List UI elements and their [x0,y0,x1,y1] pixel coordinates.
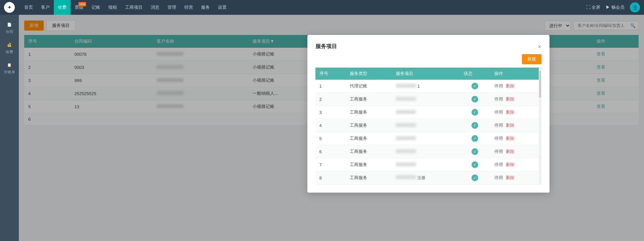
delete-button[interactable]: 删除 [506,96,515,102]
modal-cell-item-7: 注册 [392,171,460,185]
modal-cell-status-2: ✓ [460,106,490,119]
modal-table-row: 2工商服务✓停用删除 [315,93,541,106]
modal-cell-seq-5: 6 [315,145,346,158]
stop-button[interactable]: 停用 [494,110,503,115]
modal-cell-actions-4: 停用删除 [490,132,541,145]
sidebar-item-shoufei[interactable]: 💰收费 [0,38,19,58]
stop-button[interactable]: 停用 [494,83,503,88]
status-active-icon: ✓ [471,161,478,168]
status-active-icon: ✓ [471,109,478,116]
modal-cell-seq-7: 8 [315,171,346,185]
modal-cell-actions-1: 停用删除 [490,93,541,106]
modal-cell-seq-0: 1 [315,80,346,93]
modal-table: 序号服务类型服务项目状态操作 1代理记账 1✓停用删除2工商服务✓停用删除3工商… [315,68,541,185]
modal-cell-type-0: 代理记账 [346,80,392,93]
modal-cell-item-3 [392,119,460,132]
top-actions: ⛶ 全屏 ▶ 畅会员 👤 [586,2,640,12]
modal-close-button[interactable]: × [538,44,541,50]
modal-cell-type-3: 工商服务 [346,119,392,132]
nav-item-home[interactable]: 首页 [20,0,37,15]
sidebar-label-hetong: 合同 [6,29,13,34]
fullscreen-button[interactable]: ⛶ 全屏 [586,4,601,10]
modal-cell-seq-4: 5 [315,132,346,145]
status-active-icon: ✓ [471,122,478,129]
modal-cell-seq-6: 7 [315,158,346,171]
modal-cell-type-2: 工商服务 [346,106,392,119]
nav-item-piao[interactable]: 票据new [71,0,87,15]
scrollbar-thumb[interactable] [539,71,541,98]
modal-col-服务类型: 服务类型 [346,68,392,80]
modal-cell-type-4: 工商服务 [346,132,392,145]
stop-button[interactable]: 停用 [494,96,503,102]
modal-cell-seq-1: 2 [315,93,346,106]
delete-button[interactable]: 删除 [506,162,515,167]
stop-button[interactable]: 停用 [494,136,503,141]
main-content: 新增 服务项目 进行中全部已结束 🔍 序号合同编码客户名称服务项目▼服务期限起止… [19,15,644,241]
nav-item-shezhi[interactable]: 设置 [214,0,231,15]
nav-item-guanli[interactable]: 管理 [163,0,180,15]
nav-item-jizhang[interactable]: 记账 [87,0,104,15]
modal-header: 服务项目 × [315,43,541,50]
modal-table-wrap: 序号服务类型服务项目状态操作 1代理记账 1✓停用删除2工商服务✓停用删除3工商… [315,68,541,185]
modal-cell-type-7: 工商服务 [346,171,392,185]
stop-button[interactable]: 停用 [494,149,503,154]
nav-item-gongshang[interactable]: 工商项目 [121,0,147,15]
modal-new-button[interactable]: 新建 [522,54,541,64]
sidebar: 📄合同💰收费📋对账单 [0,15,19,241]
scrollbar-track[interactable] [539,68,541,185]
stop-button[interactable]: 停用 [494,123,503,128]
nav-item-xiaoxi[interactable]: 消息 [147,0,163,15]
nav-item-fuwu[interactable]: 服务 [197,0,214,15]
nav-item-baoshui[interactable]: 报税 [104,0,121,15]
modal-cell-actions-6: 停用删除 [490,158,541,171]
top-nav: ✦ 首页客户收费票据new记账报税工商项目消息管理经营服务设置 ⛶ 全屏 ▶ 畅… [0,0,644,15]
modal-cell-status-5: ✓ [460,145,490,158]
stop-button[interactable]: 停用 [494,162,503,167]
modal-table-row: 7工商服务✓停用删除 [315,158,541,171]
modal-cell-actions-5: 停用删除 [490,145,541,158]
delete-button[interactable]: 删除 [506,123,515,128]
nav-item-shoufei[interactable]: 收费 [54,0,71,15]
delete-button[interactable]: 删除 [506,136,515,141]
modal-cell-type-5: 工商服务 [346,145,392,158]
delete-button[interactable]: 删除 [506,175,515,180]
sidebar-label-shoufei: 收费 [6,49,13,54]
nav-item-client[interactable]: 客户 [37,0,54,15]
member-button[interactable]: ▶ 畅会员 [606,4,624,10]
modal-table-row: 4工商服务✓停用删除 [315,119,541,132]
modal-cell-item-1 [392,93,460,106]
user-avatar[interactable]: 👤 [630,2,640,12]
modal-cell-seq-3: 4 [315,119,346,132]
delete-button[interactable]: 删除 [506,83,515,88]
app-logo: ✦ [4,2,15,13]
delete-button[interactable]: 删除 [506,110,515,115]
sidebar-item-hetong[interactable]: 📄合同 [0,17,19,38]
modal-table-row: 5工商服务✓停用删除 [315,132,541,145]
modal-title: 服务项目 [315,43,337,50]
modal-cell-status-3: ✓ [460,119,490,132]
nav-item-jingying[interactable]: 经营 [180,0,197,15]
stop-button[interactable]: 停用 [494,175,503,180]
service-modal: 服务项目 × 新建 序号服务类型服务项目状态操作 1代理记账 1✓停用删除2工商… [307,35,550,193]
modal-cell-status-0: ✓ [460,80,490,93]
modal-cell-item-0: 1 [392,80,460,93]
sidebar-label-duizhang: 对账单 [4,70,15,75]
modal-cell-status-1: ✓ [460,93,490,106]
status-active-icon: ✓ [471,96,478,103]
sidebar-item-duizhang[interactable]: 📋对账单 [0,58,19,78]
modal-cell-item-5 [392,145,460,158]
status-active-icon: ✓ [471,148,478,155]
duizhang-icon: 📋 [6,61,13,69]
modal-table-row: 1代理记账 1✓停用删除 [315,80,541,93]
modal-col-序号: 序号 [315,68,346,80]
modal-table-row: 8工商服务 注册✓停用删除 [315,171,541,185]
status-active-icon: ✓ [471,174,478,181]
modal-col-操作: 操作 [490,68,541,80]
modal-cell-status-6: ✓ [460,158,490,171]
delete-button[interactable]: 删除 [506,149,515,154]
modal-cell-actions-0: 停用删除 [490,80,541,93]
status-active-icon: ✓ [471,83,478,89]
modal-table-row: 6工商服务✓停用删除 [315,145,541,158]
modal-cell-actions-2: 停用删除 [490,106,541,119]
modal-cell-type-1: 工商服务 [346,93,392,106]
